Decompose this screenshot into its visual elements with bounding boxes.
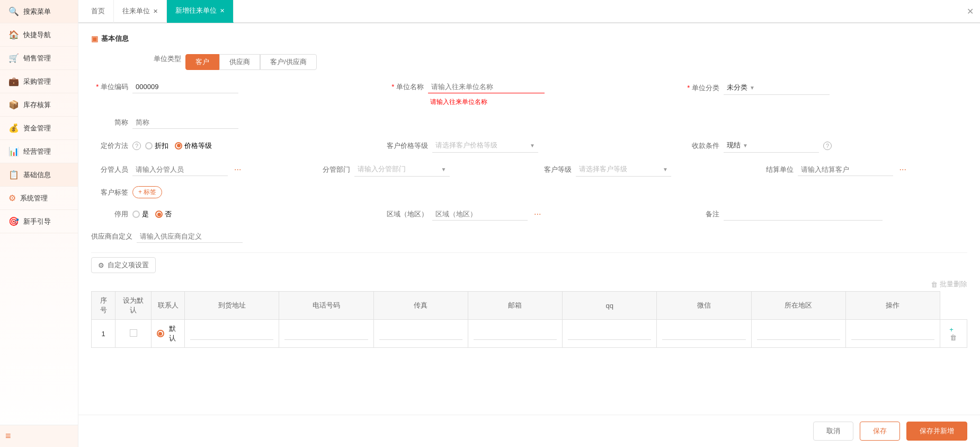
tab-bar-close-button[interactable]: ✕	[967, 6, 974, 16]
sidebar-item-label: 基础信息	[23, 170, 51, 180]
unit-type-row: 单位类型 客户 供应商 客户/供应商	[91, 54, 967, 70]
sidebar-item-system[interactable]: ⚙ 系统管理	[0, 187, 78, 210]
finance-icon: 💰	[8, 123, 19, 133]
fax-input[interactable]	[474, 327, 557, 340]
qq-input[interactable]	[662, 327, 745, 340]
unit-name-input[interactable]	[428, 81, 545, 93]
sidebar-item-quicknav[interactable]: 🏠 快捷导航	[0, 23, 78, 47]
divider	[91, 252, 967, 253]
unit-code-input[interactable]	[132, 81, 238, 93]
disabled-yes-radio	[132, 211, 140, 218]
supplier-custom-input[interactable]	[137, 230, 243, 243]
cancel-button[interactable]: 取消	[813, 422, 853, 441]
payment-condition-group: 收款条件 现结 ▼ ?	[682, 138, 967, 153]
settlement-input[interactable]	[798, 163, 893, 176]
save-button[interactable]: 保存	[860, 422, 900, 441]
row-default-option[interactable]: 默认	[157, 324, 179, 343]
region-more-button[interactable]: ···	[532, 209, 543, 219]
row-region-input[interactable]	[851, 327, 934, 340]
payment-help-icon[interactable]: ?	[823, 142, 832, 150]
row-default-checkbox[interactable]	[115, 320, 152, 348]
row-contact-input[interactable]	[185, 320, 279, 348]
sidebar-item-sales[interactable]: 🛒 销售管理	[0, 47, 78, 70]
basic-icon: 📋	[8, 170, 19, 180]
unit-type-supplier-button[interactable]: 供应商	[219, 54, 260, 70]
contact-table: 序号 设为默认 联系人 到货地址 电话号码 传真 邮箱 qq 微信 所在地区 操…	[91, 291, 967, 348]
note-input[interactable]	[724, 208, 883, 221]
region-input[interactable]	[432, 208, 528, 221]
col-action: 操作	[845, 292, 940, 320]
row-email-input[interactable]	[562, 320, 656, 348]
unit-category-select[interactable]: 未分类 ▼	[724, 81, 830, 95]
short-name-input[interactable]	[132, 116, 238, 129]
pricing-help-icon[interactable]: ?	[132, 142, 141, 150]
dept-select[interactable]: 请输入分管部门 ▼	[354, 162, 450, 177]
sidebar-item-purchase[interactable]: 💼 采购管理	[0, 70, 78, 93]
tab-home[interactable]: 首页	[83, 0, 114, 23]
sidebar-item-search[interactable]: 🔍 搜索菜单	[0, 0, 78, 23]
unit-type-customer-button[interactable]: 客户	[185, 54, 219, 70]
disabled-no-option[interactable]: 否	[155, 209, 172, 219]
sidebar-item-finance[interactable]: 💰 资金管理	[0, 117, 78, 140]
custom-settings-button[interactable]: ⚙ 自定义项设置	[91, 257, 156, 273]
sidebar-expand-icon[interactable]: ≡	[5, 431, 11, 442]
tab-new-partner-close[interactable]: ✕	[220, 7, 225, 14]
settlement-group: 结算单位 ···	[756, 163, 968, 176]
row-delete-button[interactable]: 🗑	[950, 334, 957, 341]
sidebar-item-inventory[interactable]: 📦 库存核算	[0, 93, 78, 117]
unit-code-group: 单位编码	[91, 81, 376, 93]
row-qq-input[interactable]	[657, 320, 751, 348]
row-address-input[interactable]	[279, 320, 373, 348]
row-wechat-input[interactable]	[751, 320, 845, 348]
payment-condition-select[interactable]: 现结 ▼	[724, 138, 819, 153]
sidebar-item-basic[interactable]: 📋 基础信息	[0, 163, 78, 187]
address-input[interactable]	[284, 327, 368, 340]
sidebar-item-guide[interactable]: 🎯 新手引导	[0, 210, 78, 233]
row-region-input[interactable]	[845, 320, 940, 348]
customer-price-select[interactable]: 请选择客户价格等级 ▼	[432, 138, 538, 153]
pricing-level-option[interactable]: 价格等级	[175, 141, 212, 151]
disabled-yes-option[interactable]: 是	[132, 209, 149, 219]
chevron-down-icon5: ▼	[663, 166, 668, 172]
save-and-new-button[interactable]: 保存并新增	[906, 422, 967, 441]
form-content: ▣ 基本信息 单位类型 客户 供应商 客户/供应商 单位编码 单位名称	[78, 23, 980, 415]
customer-level-select[interactable]: 请选择客户等级 ▼	[576, 162, 671, 177]
row-phone-input[interactable]	[373, 320, 468, 348]
phone-input[interactable]	[379, 327, 462, 340]
add-tag-button[interactable]: + 标签	[132, 186, 162, 198]
manager-input[interactable]	[132, 163, 228, 176]
email-input[interactable]	[568, 327, 651, 340]
unit-type-both-button[interactable]: 客户/供应商	[260, 54, 317, 70]
col-default: 设为默认	[115, 292, 152, 320]
customer-price-group: 客户价格等级 请选择客户价格等级 ▼	[387, 138, 672, 153]
customer-tag-label: 客户标签	[91, 188, 128, 197]
supplier-custom-row: 供应商自定义	[91, 230, 967, 243]
chevron-down-icon: ▼	[750, 85, 755, 91]
form-footer: 取消 保存 保存并新增	[78, 415, 980, 447]
settlement-more-button[interactable]: ···	[897, 165, 908, 174]
short-name-row: 简称	[91, 116, 967, 129]
short-name-group: 简称	[91, 116, 967, 129]
disabled-radio-group: 是 否	[132, 209, 172, 219]
tab-partners[interactable]: 往来单位 ✕	[114, 0, 167, 23]
dept-group: 分管部门 请输入分管部门 ▼	[313, 162, 524, 177]
sidebar-item-operations[interactable]: 📊 经营管理	[0, 140, 78, 163]
supplier-custom-group: 供应商自定义	[91, 230, 967, 243]
manager-label: 分管人员	[91, 165, 128, 174]
main-area: 首页 往来单位 ✕ 新增往来单位 ✕ ✕ ▣ 基本信息 单位类型 客户 供应商 …	[78, 0, 980, 447]
short-name-label: 简称	[91, 118, 128, 127]
tab-partners-close[interactable]: ✕	[153, 8, 158, 15]
row-add-button[interactable]: +	[949, 326, 954, 334]
contact-input[interactable]	[190, 327, 273, 340]
guide-icon: 🎯	[8, 216, 19, 226]
batch-delete-label[interactable]: 批量删除	[940, 279, 967, 289]
supplier-custom-label: 供应商自定义	[91, 232, 132, 241]
default-checkbox[interactable]	[130, 329, 137, 337]
section-basic-info: ▣ 基本信息	[91, 34, 967, 43]
tab-new-partner[interactable]: 新增往来单位 ✕	[167, 0, 234, 23]
row-default-label: 默认	[166, 324, 180, 343]
wechat-input[interactable]	[757, 327, 840, 340]
manager-more-button[interactable]: ···	[232, 165, 243, 174]
pricing-discount-option[interactable]: 折扣	[145, 141, 168, 151]
row-fax-input[interactable]	[468, 320, 562, 348]
